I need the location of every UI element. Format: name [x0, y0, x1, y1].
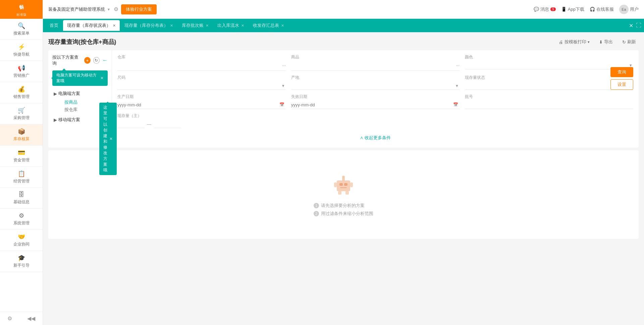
add-scheme-btn[interactable]: +: [84, 57, 91, 64]
tab-close-all-icon[interactable]: ✕: [629, 22, 633, 29]
tab-io-flow[interactable]: 出入库流水 ✕: [213, 20, 248, 31]
tab-fullscreen-icon[interactable]: ⛶: [636, 22, 641, 29]
sidebar-item-label: 采购管理: [13, 115, 30, 121]
tab-batch-ledger[interactable]: 库存批次账 ✕: [178, 20, 213, 31]
expire-date-input[interactable]: [291, 101, 460, 109]
empty-tip-2: 2 用过滤条件来缩小分析范围: [314, 211, 373, 217]
filter-row-2: 尺码 产地: [117, 75, 633, 90]
app-download-btn[interactable]: 📱 App下载: [561, 6, 584, 12]
main-area: 装备及固定资产辅助管理系统 ▾ ⚙ 体验行业方案 💬 消息 9 📱 App下载 …: [43, 0, 644, 325]
tab-close-icon[interactable]: ✕: [113, 23, 116, 28]
filter-row-4: 现存量（主） —: [117, 113, 633, 128]
svg-point-7: [342, 176, 345, 178]
filter-field-stock-status: 现存量状态: [465, 75, 633, 90]
svg-rect-10: [338, 191, 341, 195]
search-btn-area: 查询 设置: [610, 67, 633, 90]
tooltip2-text: 这里可以创建和修改方案哦: [103, 105, 107, 173]
size-select[interactable]: [117, 82, 286, 90]
messages-btn[interactable]: 💬 消息 9: [534, 6, 556, 12]
svg-rect-11: [345, 191, 349, 195]
header-right: 💬 消息 9 📱 App下载 🎧 在线客服 Ea 用户: [534, 5, 639, 14]
sidebar-item-label: 经营管理: [13, 178, 30, 184]
svg-rect-5: [340, 187, 347, 188]
back-arrow-icon[interactable]: ←: [102, 57, 108, 63]
tab-inventory-status[interactable]: 现存量（库存状况表） ✕: [63, 20, 120, 31]
tooltip1-text: 电脑方案可设为移动方案哦: [56, 72, 98, 84]
sidebar-item-system[interactable]: ⚙ 系统管理: [0, 209, 43, 230]
desktop-scheme-label: 电脑端方案: [58, 91, 80, 97]
sidebar-item-purchase[interactable]: 🛒 采购管理: [0, 103, 43, 124]
sidebar-item-marketing[interactable]: 📢 营销推广: [0, 61, 43, 82]
tab-close-icon[interactable]: ✕: [206, 23, 209, 28]
sidebar-item-finance[interactable]: 💳 资金管理: [0, 146, 43, 167]
sidebar-item-inventory[interactable]: 📦 库存核算: [0, 124, 43, 146]
settings-bottom-icon[interactable]: ⚙: [7, 315, 12, 322]
tab-home[interactable]: 首页: [46, 20, 62, 31]
app-label: App下载: [568, 6, 584, 12]
refresh-scheme-btn[interactable]: ↻: [93, 57, 100, 64]
stock-status-select[interactable]: [465, 82, 633, 90]
empty-tips: 1 请先选择要分析的方案 2 用过滤条件来缩小分析范围: [314, 203, 373, 219]
batch-no-input[interactable]: [465, 101, 633, 109]
finance-icon: 💳: [18, 149, 25, 156]
logo-subtext: 标准版: [16, 12, 26, 17]
industry-btn[interactable]: 体验行业方案: [121, 4, 157, 14]
tip-num-2: 2: [314, 211, 319, 216]
user-btn[interactable]: Ea 用户: [619, 5, 639, 14]
settings-icon[interactable]: ⚙: [114, 6, 118, 12]
sidebar-item-label: 企业协同: [13, 241, 30, 247]
refresh-label: 刷新: [627, 39, 636, 45]
sidebar-item-guide[interactable]: 🎓 新手引导: [0, 251, 43, 272]
print-dropdown-icon: ▾: [588, 40, 590, 44]
stock-qty-max-input[interactable]: [154, 120, 181, 128]
tip-num-1: 1: [314, 203, 319, 208]
system-icon: ⚙: [19, 212, 24, 219]
sidebar-item-label: 快捷导航: [13, 52, 30, 57]
filter-field-size: 尺码: [117, 75, 286, 90]
goods-label: 商品: [291, 54, 460, 60]
search-btn[interactable]: 查询: [610, 67, 633, 77]
filter-field-warehouse: 仓库 ···: [117, 54, 286, 71]
stock-qty-min-input[interactable]: [117, 120, 144, 128]
dropdown-icon[interactable]: ▾: [108, 7, 110, 12]
message-icon: 💬: [534, 7, 539, 12]
sidebar-item-enterprise[interactable]: 🤝 企业协同: [0, 230, 43, 251]
print-btn[interactable]: 🖨 按模板打印 ▾: [556, 38, 592, 46]
tab-close-icon[interactable]: ✕: [241, 23, 244, 28]
collapse-sidebar-icon[interactable]: ◀◀: [27, 315, 35, 322]
goods-dots-icon[interactable]: ···: [456, 63, 460, 68]
export-btn[interactable]: ⬇ 导出: [596, 38, 615, 46]
tooltip1-close-btn[interactable]: ✕: [100, 76, 104, 80]
tooltip2-bubble: 这里可以创建和修改方案哦 ✕: [99, 103, 117, 175]
sidebar: 畅 标准版 🔍 搜索菜单 ⚡ 快捷导航 📢 营销推广 💰 销售管理 🛒 采购管理…: [0, 0, 43, 325]
tab-io-flow-label: 出入库流水: [217, 22, 239, 29]
sidebar-item-basic[interactable]: 🗄 基础信息: [0, 188, 43, 209]
support-btn[interactable]: 🎧 在线客服: [590, 6, 614, 12]
sidebar-item-label: 基础信息: [13, 199, 30, 205]
color-select[interactable]: [465, 61, 633, 69]
warehouse-dots-icon[interactable]: ···: [282, 63, 286, 68]
goods-input[interactable]: [291, 61, 456, 69]
sidebar-item-sales[interactable]: 💰 销售管理: [0, 82, 43, 103]
prod-date-input[interactable]: [117, 101, 286, 109]
sidebar-item-quick-nav[interactable]: ⚡ 快捷导航: [0, 40, 43, 61]
tab-inventory-dist[interactable]: 现存量（库存分布表） ✕: [120, 20, 177, 31]
warehouse-input[interactable]: [117, 61, 282, 69]
refresh-btn[interactable]: ↻ 刷新: [620, 38, 639, 46]
origin-select[interactable]: [291, 82, 460, 90]
collapse-btn[interactable]: ∧ 收起更多条件: [117, 132, 633, 144]
tab-close-icon[interactable]: ✕: [281, 23, 284, 28]
desktop-scheme-header[interactable]: ▶ 电脑端方案: [52, 90, 108, 97]
tab-close-icon[interactable]: ✕: [170, 23, 173, 28]
filter-panel: 按以下方案查询 + ↻ ← 电脑方案可设为移动方案哦 ✕: [48, 50, 639, 148]
ops-icon: 📋: [18, 170, 25, 177]
search-icon: 🔍: [18, 22, 25, 30]
content-area: 现存量查询(按仓库+商品) 🖨 按模板打印 ▾ ⬇ 导出 ↻ 刷新: [43, 32, 644, 325]
sidebar-item-search[interactable]: 🔍 搜索菜单: [0, 19, 43, 40]
sidebar-item-label: 库存核算: [13, 136, 30, 142]
tooltip2-close-btn[interactable]: ✕: [109, 137, 113, 141]
tab-collect-summary-label: 收发存汇总表: [253, 22, 279, 29]
tab-collect-summary[interactable]: 收发存汇总表 ✕: [249, 20, 288, 31]
sidebar-item-ops[interactable]: 📋 经营管理: [0, 167, 43, 188]
reset-btn[interactable]: 设置: [610, 79, 633, 90]
